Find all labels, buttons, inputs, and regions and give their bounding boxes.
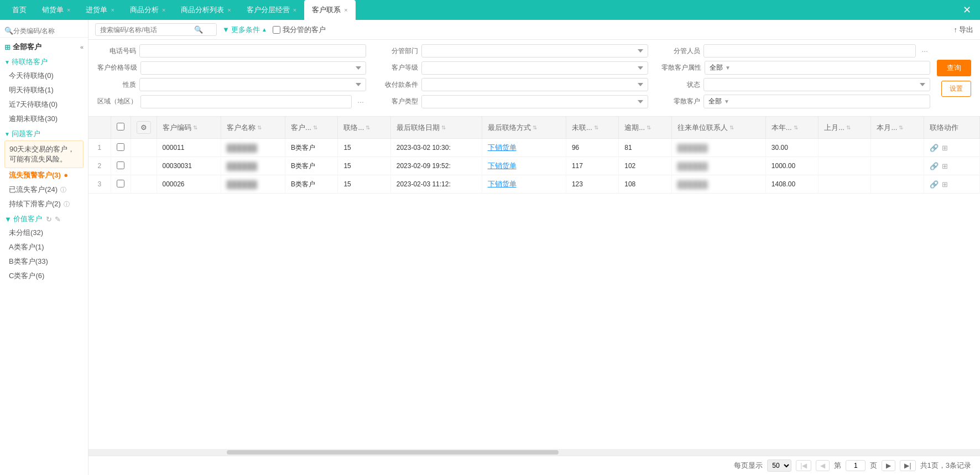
sort-no-contact: ⇅	[594, 124, 598, 131]
all-customers-header[interactable]: ⊞ 全部客户 «	[0, 40, 88, 54]
row-checkbox[interactable]	[117, 161, 124, 169]
last-method-link[interactable]: 下销货单	[488, 161, 517, 170]
adv-select-dept[interactable]	[421, 44, 648, 58]
column-settings-btn[interactable]: ⚙	[137, 121, 151, 134]
action-link-icon[interactable]: 🔗	[930, 180, 939, 189]
th-overdue[interactable]: 逾期...⇅	[619, 117, 671, 139]
more-conditions-btn[interactable]: ▼ 更多条件 ▲	[222, 25, 267, 35]
sidebar-item-class-c[interactable]: C类客户(6)	[0, 269, 88, 283]
settings-button[interactable]: 设置	[941, 81, 971, 97]
th-no-contact[interactable]: 未联...⇅	[566, 117, 618, 139]
retail-attr-arrow: ▼	[725, 65, 731, 71]
th-last-method[interactable]: 最后联络方式⇅	[482, 117, 566, 139]
tab-purchase[interactable]: 进货单 ×	[78, 0, 122, 20]
last-page-btn[interactable]: ▶|	[900, 460, 915, 471]
close-customer-tier-tab[interactable]: ×	[293, 7, 296, 13]
last-method-link[interactable]: 下销货单	[488, 180, 517, 188]
sidebar-item-class-a[interactable]: A类客户(1)	[0, 240, 88, 254]
filter-search-input[interactable]	[100, 26, 194, 34]
export-btn[interactable]: ↑ 导出	[954, 25, 974, 35]
prev-page-btn[interactable]: ◀	[816, 460, 830, 471]
adv-select-cust-type[interactable]	[421, 95, 648, 108]
th-name[interactable]: 客户名称⇅	[221, 117, 285, 139]
adv-input-region[interactable]	[140, 95, 352, 108]
th-contact[interactable]: 联络...⇅	[338, 117, 390, 139]
sidebar-group-pending[interactable]: ▼ 待联络客户	[0, 54, 88, 69]
cell-this-year: 1000.00	[765, 157, 818, 175]
adv-dots-region[interactable]: ···	[355, 97, 366, 106]
adv-select-retail[interactable]: 全部 ▼	[703, 95, 930, 108]
adv-select-payment[interactable]	[421, 78, 648, 91]
close-analysis-tab[interactable]: ×	[162, 7, 165, 13]
th-this-year[interactable]: 本年...⇅	[765, 117, 818, 139]
action-grid-icon[interactable]: ⊞	[942, 144, 948, 152]
close-window-btn[interactable]: ✕	[958, 4, 976, 16]
filter-search-btn[interactable]: 🔍	[194, 25, 203, 34]
row-checkbox[interactable]	[117, 143, 124, 151]
th-last-date[interactable]: 最后联络日期⇅	[390, 117, 482, 139]
my-customers-checkbox[interactable]: 我分管的客户	[273, 25, 326, 35]
adv-select-nature[interactable]	[139, 78, 366, 91]
close-customer-contact-tab[interactable]: ×	[344, 7, 347, 13]
adv-input-manager[interactable]	[703, 44, 916, 58]
query-button[interactable]: 查询	[937, 60, 971, 76]
sidebar-item-overdue[interactable]: 逾期未联络(30)	[0, 112, 88, 126]
scrollbar-thumb[interactable]	[227, 450, 559, 455]
retail-arrow: ▼	[724, 98, 729, 105]
action-grid-icon[interactable]: ⊞	[942, 180, 948, 189]
action-link-icon[interactable]: 🔗	[930, 144, 939, 152]
sidebar-item-declining[interactable]: 持续下滑客户(2) ⓘ	[0, 197, 88, 211]
close-analysis-list-tab[interactable]: ×	[227, 7, 231, 13]
tab-analysis[interactable]: 商品分析 ×	[122, 0, 173, 20]
adv-input-phone[interactable]	[139, 44, 366, 58]
sidebar-item-ungrouped[interactable]: 未分组(32)	[0, 226, 88, 240]
my-customers-check[interactable]	[273, 26, 280, 34]
tab-home[interactable]: 首页	[4, 0, 34, 20]
per-page-label: 每页显示	[734, 461, 763, 471]
next-page-btn[interactable]: ▶	[882, 460, 895, 471]
cell-last-month	[819, 139, 871, 157]
adv-select-retail-attr[interactable]: 全部 ▼	[705, 61, 930, 75]
th-this-month[interactable]: 本月...⇅	[871, 117, 924, 139]
close-sales-tab[interactable]: ×	[67, 7, 70, 13]
th-last-month[interactable]: 上月...⇅	[819, 117, 871, 139]
collapse-sidebar-btn[interactable]: «	[80, 44, 84, 50]
tab-analysis-list[interactable]: 商品分析列表 ×	[173, 0, 238, 20]
th-unit-contact[interactable]: 往来单位联系人⇅	[671, 117, 765, 139]
th-type[interactable]: 客户...⇅	[285, 117, 338, 139]
action-grid-icon[interactable]: ⊞	[942, 162, 948, 170]
funnel-icon: ▼	[222, 25, 230, 34]
cell-code: 00030031	[157, 157, 221, 175]
sidebar-item-7days[interactable]: 近7天待联络(0)	[0, 97, 88, 112]
sort-code: ⇅	[193, 124, 197, 131]
th-code[interactable]: 客户编码⇅	[157, 117, 221, 139]
cell-last-month	[819, 175, 871, 194]
first-page-btn[interactable]: |◀	[796, 460, 811, 471]
tab-customer-tier[interactable]: 客户分层经营 ×	[239, 0, 304, 20]
action-link-icon[interactable]: 🔗	[930, 162, 939, 170]
sidebar-item-tomorrow[interactable]: 明天待联络(1)	[0, 83, 88, 97]
sidebar-item-churned[interactable]: 已流失客户(24) ⓘ	[0, 182, 88, 197]
sidebar-search-input[interactable]	[13, 27, 88, 35]
sidebar-item-churn-warning[interactable]: 流失预警客户(3) ●	[0, 168, 88, 182]
sidebar-item-today[interactable]: 今天待联络(0)	[0, 69, 88, 83]
horizontal-scrollbar[interactable]	[88, 449, 980, 456]
sidebar-item-class-b[interactable]: B类客户(33)	[0, 254, 88, 269]
select-all-checkbox[interactable]	[117, 123, 124, 131]
close-purchase-tab[interactable]: ×	[111, 7, 114, 13]
sidebar-group-problem[interactable]: ▼ 问题客户	[0, 126, 88, 140]
edit-icon[interactable]: ✎	[55, 215, 61, 223]
adv-select-status[interactable]	[703, 78, 930, 91]
tab-sales[interactable]: 销货单 ×	[34, 0, 78, 20]
adv-select-price-level[interactable]	[140, 61, 366, 75]
sidebar-group-value[interactable]: ▼ 价值客户 ↻ ✎	[0, 211, 88, 226]
tab-customer-contact[interactable]: 客户联系 ×	[304, 0, 355, 20]
adv-dots-manager[interactable]: ···	[919, 46, 930, 55]
last-method-link[interactable]: 下销货单	[488, 143, 517, 152]
row-checkbox[interactable]	[117, 180, 124, 187]
adv-select-cust-level[interactable]	[421, 61, 648, 75]
per-page-select[interactable]: 50	[767, 460, 791, 472]
refresh-icon[interactable]: ↻	[46, 215, 52, 223]
cell-no-contact: 117	[566, 157, 618, 175]
page-number-input[interactable]	[846, 460, 866, 471]
